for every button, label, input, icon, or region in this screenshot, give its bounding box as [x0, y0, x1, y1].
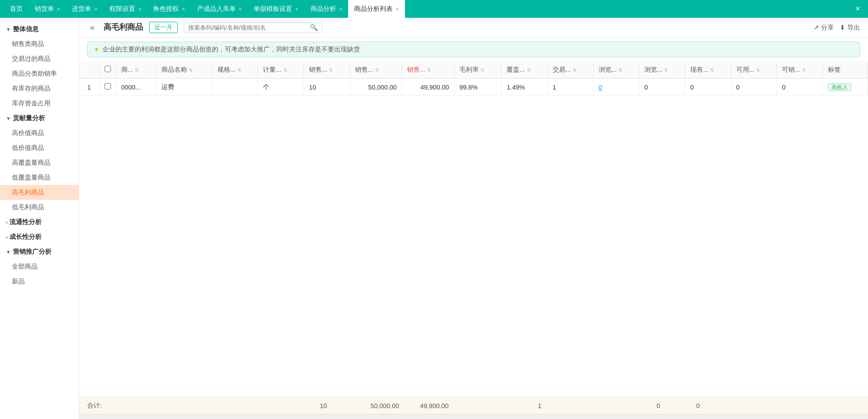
row-stock3: 0 — [777, 79, 823, 96]
row-spec — [212, 79, 258, 96]
footer-stock2: 0 — [691, 402, 731, 410]
sort-code-icon: ⇅ — [135, 67, 139, 73]
th-spec[interactable]: 规格... ⇅ — [212, 61, 258, 79]
th-stock2[interactable]: 可用... ⇅ — [731, 61, 777, 79]
th-stock1[interactable]: 现有... ⇅ — [685, 61, 731, 79]
sidebar-item-all-goods[interactable]: 全部商品 — [0, 259, 79, 274]
row-code: 0000... — [116, 79, 156, 96]
sidebar-item-high-margin[interactable]: 高毛利商品 — [0, 185, 79, 200]
sidebar-group-marketing[interactable]: ▼ 营销推广分析 — [0, 244, 79, 259]
sidebar-item-low-value[interactable]: 低价值商品 — [0, 140, 79, 155]
header-actions: ↗ 分享 ⬇ 导出 — [814, 23, 860, 32]
th-gross-rate[interactable]: 毛利率 ⇅ — [454, 61, 502, 79]
sidebar-item-category-rate[interactable]: 商品分类助销率 — [0, 66, 79, 81]
arrow-growth: › — [6, 234, 7, 240]
row-gross-rate: 99.8% — [454, 79, 502, 96]
th-coverage[interactable]: 覆盖... ⇅ — [502, 61, 548, 79]
collapse-sidebar-button[interactable]: « — [87, 22, 98, 33]
row-checkbox-cell — [99, 79, 116, 96]
row-browse1: 0 — [593, 79, 639, 96]
th-sales3[interactable]: 销售... ⇅ — [402, 61, 455, 79]
row-browse2: 0 — [639, 79, 685, 96]
th-code[interactable]: 商... ⇅ — [116, 61, 156, 79]
arrow-marketing: ▼ — [6, 249, 11, 255]
close-sales-order[interactable]: × — [57, 6, 60, 12]
content-area: « 高毛利商品 近一月 🔍 ↗ 分享 ⬇ 导出 ✦ 企业的主要的利润都是这部 — [79, 18, 868, 419]
row-checkbox[interactable] — [104, 83, 111, 90]
sort-stock2-icon: ⇅ — [756, 67, 760, 73]
sort-stock1-icon: ⇅ — [710, 67, 714, 73]
sidebar-group-growth[interactable]: › 成长性分析 — [0, 230, 79, 244]
page-title: 高毛利商品 — [103, 22, 143, 33]
sort-sales3-icon: ⇅ — [427, 67, 431, 73]
share-button[interactable]: ↗ 分享 — [814, 23, 834, 32]
th-index — [79, 61, 99, 79]
export-button[interactable]: ⬇ 导出 — [840, 23, 860, 32]
top-nav: 首页 销货单 × 进货单 × 权限设置 × 角色授权 × 产成品入库单 × 单据… — [0, 0, 868, 18]
sidebar-item-stock-capital[interactable]: 库存资金占用 — [0, 96, 79, 111]
sort-browse2-icon: ⇅ — [664, 67, 668, 73]
nav-home[interactable]: 首页 — [4, 0, 29, 18]
footer-transaction: 1 — [533, 402, 572, 410]
th-browse2[interactable]: 浏览... ⇅ — [639, 61, 685, 79]
nav-product-analysis-list[interactable]: 商品分析列表 × — [348, 0, 405, 18]
footer-sales2: 50,000.00 — [355, 402, 404, 410]
sidebar-group-circulation[interactable]: › 流通性分析 — [0, 215, 79, 230]
nav-template-settings[interactable]: 单据模板设置 × — [248, 0, 304, 18]
th-tag: 标签 — [822, 61, 868, 79]
close-template-settings[interactable]: × — [295, 6, 298, 12]
close-permission-settings[interactable]: × — [138, 6, 141, 12]
th-stock3[interactable]: 可销... ⇅ — [777, 61, 823, 79]
nav-role-auth[interactable]: 角色授权 × — [147, 0, 191, 18]
sort-sales2-icon: ⇅ — [375, 67, 379, 73]
sidebar-group-contribution[interactable]: ▼ 贡献量分析 — [0, 111, 79, 126]
row-name: 运费 — [156, 79, 212, 96]
sort-stock3-icon: ⇅ — [802, 67, 806, 73]
content-header: « 高毛利商品 近一月 🔍 ↗ 分享 ⬇ 导出 — [79, 18, 868, 38]
th-name[interactable]: 商品名称 ⇅ — [156, 61, 212, 79]
th-browse1[interactable]: 浏览... ⇅ — [593, 61, 639, 79]
nav-permission-settings[interactable]: 权限设置 × — [103, 0, 147, 18]
close-product-inbound[interactable]: × — [239, 6, 242, 12]
sidebar-item-high-coverage[interactable]: 高覆盖量商品 — [0, 155, 79, 170]
th-unit[interactable]: 计量... ⇅ — [258, 61, 304, 79]
sidebar-item-low-coverage[interactable]: 低覆盖量商品 — [0, 170, 79, 185]
table-row: 1 0000... 运费 个 10 50,000.00 49,900.00 99… — [79, 79, 868, 96]
close-product-analysis-list[interactable]: × — [396, 6, 399, 12]
nav-sales-order[interactable]: 销货单 × — [29, 0, 66, 18]
th-transaction[interactable]: 交易... ⇅ — [548, 61, 594, 79]
search-icon[interactable]: 🔍 — [310, 24, 318, 31]
search-input[interactable] — [188, 24, 310, 31]
sidebar-item-low-margin[interactable]: 低毛利商品 — [0, 200, 79, 215]
sort-coverage-icon: ⇅ — [527, 67, 531, 73]
row-transaction: 1 — [548, 79, 594, 96]
arrow-contribution: ▼ — [6, 116, 11, 121]
close-role-auth[interactable]: × — [182, 6, 185, 12]
nav-product-analysis[interactable]: 商品分析 × — [305, 0, 348, 18]
sidebar-item-new-goods[interactable]: 新品 — [0, 274, 79, 289]
select-all-checkbox[interactable] — [104, 66, 111, 72]
sidebar-item-traded-goods[interactable]: 交易过的商品 — [0, 51, 79, 66]
sidebar-item-sales-goods[interactable]: 销售类商品 — [0, 37, 79, 51]
bottom-scrollbar[interactable] — [79, 414, 868, 419]
th-sales1[interactable]: 销售... ⇅ — [304, 61, 350, 79]
nav-purchase-order[interactable]: 进货单 × — [66, 0, 103, 18]
arrow-overall: ▼ — [6, 27, 11, 32]
close-purchase-order[interactable]: × — [94, 6, 97, 12]
data-table: 商... ⇅ 商品名称 ⇅ 规格... ⇅ 计量... — [79, 61, 868, 96]
info-banner: ✦ 企业的主要的利润都是这部分商品创造的，可考虑加大推广，同时关注库存是不要出现… — [87, 42, 860, 57]
sidebar-item-stocked-goods[interactable]: 有库存的商品 — [0, 81, 79, 96]
time-filter-button[interactable]: 近一月 — [149, 22, 178, 33]
row-sales2: 50,000.00 — [350, 79, 402, 96]
th-sales2[interactable]: 销售... ⇅ — [350, 61, 402, 79]
row-tag: 高收入 — [822, 79, 868, 96]
sort-unit-icon: ⇅ — [283, 67, 287, 73]
browse1-link[interactable]: 0 — [599, 84, 602, 91]
search-box: 🔍 — [184, 22, 322, 33]
sidebar-group-overall[interactable]: ▼ 整体信息 — [0, 22, 79, 37]
sidebar-item-high-value[interactable]: 高价值商品 — [0, 126, 79, 140]
close-product-analysis[interactable]: × — [339, 6, 342, 12]
row-sales1: 10 — [304, 79, 350, 96]
close-all-button[interactable]: × — [852, 4, 864, 13]
nav-product-inbound[interactable]: 产成品入库单 × — [191, 0, 248, 18]
